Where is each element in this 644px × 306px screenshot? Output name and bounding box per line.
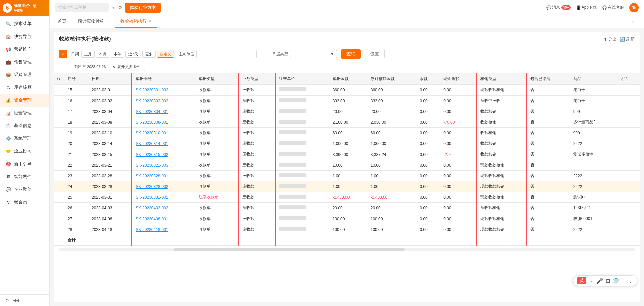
- row-goods2: [616, 117, 640, 128]
- row-verify-type: 现款收款核销: [477, 213, 526, 224]
- solution-btn[interactable]: 体验行业方案: [125, 3, 161, 13]
- unit-input[interactable]: [196, 50, 257, 58]
- query-btn[interactable]: 查询: [341, 49, 361, 59]
- grid-icon[interactable]: ⊞: [606, 278, 610, 284]
- row-order-no[interactable]: SK-20230328-001: [132, 171, 195, 181]
- sidebar-item-finance[interactable]: 💰 资金管理: [0, 94, 49, 107]
- order-no-link[interactable]: SK-20230314-001: [136, 141, 168, 146]
- row-verify-type: 收款核销: [477, 117, 526, 128]
- row-order-no[interactable]: SK-20230321-003: [132, 160, 195, 171]
- sidebar-item-wechat[interactable]: 💬 企业微信: [0, 183, 49, 196]
- user-avatar[interactable]: Rit: [629, 3, 639, 12]
- row-date: 2023-04-03: [88, 203, 132, 213]
- sidebar-item-search[interactable]: 🔍 搜索菜单: [0, 17, 49, 30]
- tab-prepay[interactable]: 预计应收付单 ✕: [72, 16, 114, 28]
- breadcrumb-input[interactable]: 搜索功能或单据: [55, 3, 109, 12]
- tab-close-collection[interactable]: ✕: [149, 19, 152, 23]
- refresh-btn[interactable]: 🔄 刷新: [620, 36, 635, 42]
- ime-brand[interactable]: 英: [577, 277, 586, 284]
- order-no-link[interactable]: SK-20230321-003: [136, 163, 168, 168]
- order-no-link[interactable]: SK-20230301-002: [136, 88, 168, 93]
- sidebar-item-sales[interactable]: 💼 销售管理: [0, 56, 49, 68]
- app-download[interactable]: 📱 App下载: [576, 5, 597, 10]
- scroll-thumb: [174, 248, 404, 251]
- btn-this-month[interactable]: 本月: [96, 51, 109, 58]
- apps-icon[interactable]: ⋮⋮: [622, 278, 633, 284]
- sidebar-item-quick-nav[interactable]: 🏠 快捷导航: [0, 30, 49, 43]
- expand-tab-icon[interactable]: ⛶: [637, 19, 641, 24]
- order-no-link[interactable]: SK-20230331-002: [136, 195, 168, 200]
- filter-expand-btn[interactable]: »: [59, 50, 67, 58]
- horizontal-scrollbar[interactable]: [59, 248, 635, 251]
- btn-custom-date[interactable]: 自定义: [157, 51, 174, 58]
- row-balance: 0.00: [416, 106, 440, 117]
- order-no-link[interactable]: SK-20230408-001: [136, 217, 168, 221]
- online-service[interactable]: 🎧 在线客服: [602, 5, 624, 10]
- gear-icon[interactable]: ⚙: [118, 5, 122, 10]
- row-include-settled: 否: [527, 85, 570, 96]
- btn-this-year[interactable]: 本年: [111, 51, 124, 58]
- order-no-link[interactable]: SK-20230418-001: [136, 227, 168, 232]
- row-order-no[interactable]: SK-20230302-002: [132, 96, 195, 106]
- sidebar-item-guide[interactable]: 🎯 新手引导: [0, 158, 49, 170]
- export-btn[interactable]: ⬆ 导出: [603, 36, 617, 42]
- row-order-no[interactable]: SK-20230331-002: [132, 192, 195, 203]
- settings-icon[interactable]: ⚙: [5, 298, 9, 303]
- sidebar-item-operation[interactable]: 📊 经营管理: [0, 107, 49, 119]
- tab-collection-verify[interactable]: 收款核销执行 ✕: [115, 16, 157, 28]
- row-order-no[interactable]: SK-20230315-002: [132, 149, 195, 160]
- sidebar-item-system[interactable]: ⚙️ 系统管理: [0, 132, 49, 145]
- row-goods: [570, 160, 616, 171]
- sidebar-item-purchase[interactable]: 📦 采购管理: [0, 68, 49, 81]
- row-biz-type: 应收款: [238, 171, 275, 181]
- row-order-no[interactable]: SK-20230328-002: [132, 181, 195, 192]
- btn-7days[interactable]: 近7天: [125, 51, 141, 58]
- sidebar-item-marketing[interactable]: 📢 营销推广: [0, 43, 49, 56]
- order-no-link[interactable]: SK-20230328-001: [136, 174, 168, 178]
- order-no-link[interactable]: SK-20230315-002: [136, 152, 168, 157]
- row-balance: 0.00: [416, 149, 440, 160]
- row-order-no[interactable]: SK-20230418-001: [132, 224, 195, 235]
- bill-type-select[interactable]: ▼: [290, 50, 337, 58]
- message-area[interactable]: 💬 消息 99+: [546, 5, 571, 10]
- mic-icon[interactable]: 🎤: [596, 278, 603, 284]
- row-order-no[interactable]: SK-20230304-001: [132, 106, 195, 117]
- sidebar-item-inventory[interactable]: 🗂 库存核算: [0, 81, 49, 94]
- footer-settled: [527, 235, 570, 246]
- row-goods2: [616, 149, 640, 160]
- order-no-link[interactable]: SK-20230302-002: [136, 99, 168, 103]
- expand-more-btn[interactable]: ∨ 展开更多条件: [109, 63, 145, 71]
- row-biz-type: 预收款: [238, 96, 275, 106]
- btn-last-month[interactable]: 上月: [81, 51, 95, 58]
- btn-more-date[interactable]: 更多: [142, 51, 156, 58]
- sidebar-item-member[interactable]: V 畅会员: [0, 196, 49, 208]
- row-order-no[interactable]: SK-20230314-001: [132, 138, 195, 149]
- row-order-no[interactable]: SK-20230408-001: [132, 213, 195, 224]
- sidebar-item-basic[interactable]: 📋 基础信息: [0, 119, 49, 132]
- row-unit: [275, 106, 329, 117]
- collapse-btn[interactable]: ◀◀: [13, 298, 19, 303]
- shirt-icon[interactable]: 👕: [613, 278, 620, 284]
- page-header: 收款核销执行(按收款) ⬆ 导出 🔄 刷新: [54, 32, 640, 46]
- order-no-link[interactable]: SK-20230403-002: [136, 206, 168, 210]
- data-table: ⚙ 序号 日期 单据编号 单据类型 业务类型 往来单位 单据金额 累计核销金额 …: [54, 73, 640, 246]
- order-no-link[interactable]: SK-20230310-001: [136, 131, 168, 135]
- row-order-no[interactable]: SK-20230301-002: [132, 85, 195, 96]
- order-no-link[interactable]: SK-20230304-001: [136, 109, 168, 114]
- operation-icon: 📊: [5, 110, 11, 116]
- close-tab-icon[interactable]: ✕: [631, 19, 635, 24]
- row-order-no[interactable]: SK-20230308-001: [132, 117, 195, 128]
- sidebar-item-enterprise[interactable]: 🤝 企业协同: [0, 145, 49, 158]
- setting-btn[interactable]: 设置: [365, 49, 385, 59]
- row-cash-discount: 0.00: [440, 160, 477, 171]
- order-no-link[interactable]: SK-20230308-001: [136, 120, 168, 125]
- tab-close-prepay[interactable]: ✕: [106, 19, 109, 23]
- row-order-no[interactable]: SK-20230310-001: [132, 128, 195, 138]
- row-order-no[interactable]: SK-20230403-002: [132, 203, 195, 213]
- tab-home[interactable]: 首页: [52, 16, 72, 28]
- table-row: 282023-04-18SK-20230418-001收款单应收款100.001…: [54, 224, 640, 235]
- sidebar-item-hardware[interactable]: 🖥 智能硬件: [0, 170, 49, 183]
- col-header-settings[interactable]: ⚙: [54, 73, 64, 85]
- order-no-link[interactable]: SK-20230328-002: [136, 184, 168, 189]
- sidebar-bottom: ⚙ ◀◀: [0, 294, 49, 306]
